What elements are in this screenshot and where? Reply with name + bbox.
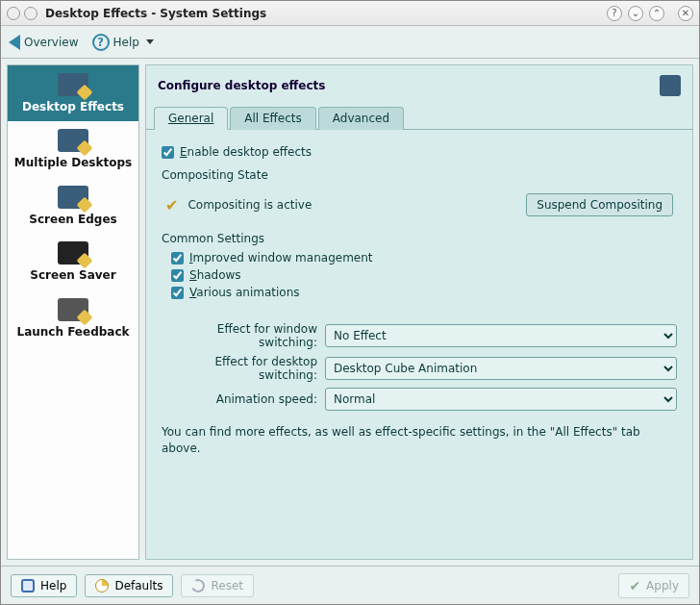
tab-label: General (168, 112, 213, 125)
improved-window-checkbox[interactable] (171, 252, 184, 265)
tab-all-effects[interactable]: All Effects (230, 107, 315, 130)
enable-effects-label: EEnable desktop effectsnable desktop eff… (180, 145, 312, 159)
sidebar-item-screen-edges[interactable]: Screen Edges (8, 178, 138, 234)
tab-body-general: EEnable desktop effectsnable desktop eff… (146, 130, 692, 559)
sidebar-item-desktop-effects[interactable]: Desktop Effects (8, 65, 138, 121)
chevron-down-icon (146, 39, 154, 44)
sidebar-item-multiple-desktops[interactable]: Multiple Desktops (8, 121, 138, 177)
help-menu-button[interactable]: ? Help (92, 34, 154, 51)
sidebar-item-screen-saver[interactable]: Screen Saver (8, 234, 138, 290)
defaults-button-label: DefaultsDefaults (114, 579, 162, 592)
panel-title: Configure desktop effects (158, 79, 660, 92)
maximize-icon[interactable]: ⌃ (649, 6, 664, 21)
launch-feedback-icon (58, 298, 88, 321)
animation-speed-label: Animation speed:Animation speed: (162, 392, 325, 406)
sidebar-item-label: Screen Edges (12, 213, 135, 226)
apply-button[interactable]: ✔ ApplyApply (618, 573, 689, 598)
screen-edges-icon (58, 186, 88, 209)
defaults-icon (95, 579, 109, 592)
sidebar-item-label: Screen Saver (12, 268, 135, 282)
animations-checkbox[interactable] (171, 287, 184, 299)
tab-advanced[interactable]: Advanced (318, 107, 404, 130)
hint-text: You can find more effects, as well as ef… (162, 424, 677, 457)
improved-window-label: IImproved window managementmproved windo… (189, 251, 373, 265)
animation-speed-select[interactable]: Normal (325, 388, 677, 411)
content-area: Desktop Effects Multiple Desktops Screen… (1, 59, 699, 566)
toolbar: Overview ? Help (1, 26, 699, 59)
compositing-state-label: Compositing State (162, 168, 677, 182)
close-icon[interactable]: ✕ (678, 6, 693, 21)
shadows-label: SShadowshadows (189, 268, 241, 282)
sidebar-item-label: Desktop Effects (12, 100, 135, 113)
help-book-icon (21, 579, 35, 592)
help-button[interactable]: HelpHelp (11, 574, 77, 597)
sidebar-item-launch-feedback[interactable]: Launch Feedback (8, 290, 138, 346)
check-icon: ✔ (165, 196, 178, 214)
help-icon: ? (92, 34, 110, 51)
suspend-compositing-button[interactable]: Suspend Compositing (526, 193, 673, 216)
sidebar-item-label: Launch Feedback (12, 325, 135, 339)
overview-button[interactable]: Overview (9, 35, 79, 50)
help-button-label: HelpHelp (40, 579, 66, 592)
compositing-status-text: Compositing is active (188, 198, 516, 212)
tab-general[interactable]: General (154, 107, 228, 130)
animations-label: VVarious animationsarious animations (189, 286, 300, 299)
desktop-switch-label: Effect for desktop switching: (162, 355, 325, 382)
reset-button[interactable]: ResetReset (181, 574, 254, 597)
desktop-effects-icon (58, 73, 88, 96)
window-switch-label: Effect for window switching: (162, 322, 325, 349)
enable-effects-checkbox[interactable] (162, 146, 174, 159)
apply-button-label: ApplyApply (646, 579, 679, 592)
desktop-switch-select[interactable]: Desktop Cube Animation (325, 357, 677, 380)
window-switch-select[interactable]: No Effect (325, 324, 677, 347)
wrench-icon (7, 7, 20, 20)
apply-check-icon: ✔ (629, 578, 640, 593)
reset-icon (190, 577, 208, 594)
panel-header: Configure desktop effects (146, 65, 692, 106)
app-icon (24, 7, 38, 20)
main-panel: Configure desktop effects General All Ef… (145, 64, 693, 560)
multiple-desktops-icon (58, 129, 88, 152)
tab-bar: General All Effects Advanced (146, 106, 692, 130)
help-label: Help (113, 36, 139, 49)
screen-saver-icon (58, 241, 88, 265)
tab-label: Advanced (333, 112, 389, 125)
settings-window: Desktop Effects - System Settings ? ⌄ ⌃ … (0, 0, 700, 605)
defaults-button[interactable]: DefaultsDefaults (85, 574, 173, 597)
sidebar: Desktop Effects Multiple Desktops Screen… (7, 64, 139, 560)
common-settings-label: Common Settings (162, 232, 677, 245)
reset-button-label: ResetReset (211, 579, 243, 592)
titlebar[interactable]: Desktop Effects - System Settings ? ⌄ ⌃ … (1, 1, 699, 26)
panel-icon (660, 75, 681, 96)
back-arrow-icon (9, 35, 20, 50)
sidebar-item-label: Multiple Desktops (12, 156, 135, 169)
minimize-icon[interactable]: ⌄ (628, 6, 643, 21)
footer: HelpHelp DefaultsDefaults ResetReset ✔ A… (1, 566, 699, 604)
help-titlebar-icon[interactable]: ? (607, 6, 622, 21)
tab-label: All Effects (244, 112, 301, 125)
overview-label: Overview (24, 36, 79, 49)
compositing-status-row: ✔ Compositing is active Suspend Composit… (162, 188, 677, 222)
shadows-checkbox[interactable] (171, 269, 184, 282)
window-title: Desktop Effects - System Settings (45, 7, 607, 20)
